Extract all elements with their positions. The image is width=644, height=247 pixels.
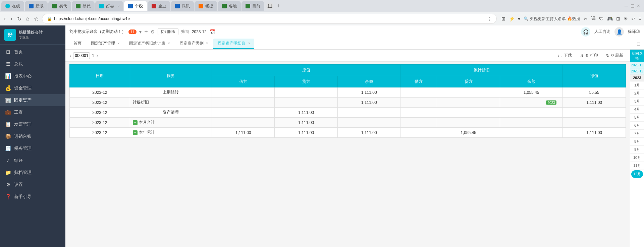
period-item-1[interactable]: 1月 [630, 81, 644, 89]
sidebar-item-reports[interactable]: 📊 报表中心 [0, 70, 65, 82]
period-item-2[interactable]: 2月 [630, 89, 644, 98]
home-button[interactable]: ⌂ [25, 14, 31, 23]
sidebar-item-home[interactable]: ⊞ 首页 [0, 46, 65, 58]
maximize-button[interactable]: □ [631, 3, 634, 9]
sidebar-item-invoice[interactable]: 📋 发票管理 [0, 118, 65, 130]
period-item-4[interactable]: 4月 [630, 106, 644, 114]
cell-summary: 计提折旧 [130, 98, 212, 108]
logo-badge: 专业版 [19, 35, 43, 40]
lightning-icon[interactable]: ⚡ [509, 16, 515, 21]
period-item-8[interactable]: 8月 [630, 138, 644, 146]
calendar-icon[interactable]: 📅 [209, 29, 215, 35]
browser-tab-10[interactable]: 目前 [241, 1, 264, 11]
th-acc-balance: 余额 [500, 76, 563, 87]
translate-icon[interactable]: 译 [591, 16, 596, 22]
tab-close-1[interactable]: × [117, 41, 119, 45]
period-label: 账期 [181, 29, 189, 35]
user-icon: 👤 [616, 29, 622, 35]
cell-acc-balance [500, 118, 563, 128]
search-box[interactable]: 🔍 央视更新主持人名单 🔥热搜 [524, 16, 580, 22]
minimize-button[interactable]: ─ [625, 3, 628, 9]
tab-count-badge[interactable]: 11 [266, 3, 273, 9]
minimize-tab-button[interactable]: ─ [631, 41, 635, 47]
game-icon[interactable]: 🎮 [607, 16, 613, 21]
new-tab-button[interactable]: + [274, 3, 283, 10]
browser-tab-2[interactable]: 易代 [48, 1, 71, 11]
tab-close-2[interactable]: × [168, 41, 170, 45]
browser-tab-4[interactable]: 好会 × [95, 1, 123, 11]
sidebar-item-funds[interactable]: 💰 资金管理 [0, 82, 65, 94]
browser-tab-7[interactable]: 腾讯 [171, 1, 194, 11]
sidebar-item-fixed-assets[interactable]: 🏢 固定资产 [0, 94, 65, 106]
cell-orig-balance [337, 108, 400, 118]
cell-acc-debit [400, 98, 437, 108]
cell-summary: + 本年累计 [130, 128, 212, 138]
maximize-tab-button[interactable]: □ [637, 41, 640, 47]
dropdown-icon[interactable]: ▾ [518, 16, 520, 21]
brightness-icon[interactable]: ☀ [624, 16, 628, 21]
browser-tab-8[interactable]: 畅捷 [195, 1, 217, 11]
tab-close-3[interactable]: × [206, 41, 208, 45]
sidebar-item-archive[interactable]: 📁 归档管理 [0, 167, 65, 179]
grid-icon[interactable]: ⊞ [616, 16, 620, 21]
sidebar-logo: 好 畅捷通好会计 专业版 [0, 25, 65, 45]
reload-button[interactable]: ↻ [16, 14, 23, 23]
tab-asset-category[interactable]: 固定资产类别 × [175, 39, 212, 49]
refresh-button[interactable]: ↻ ↻ 刷新 [603, 52, 626, 59]
tab-close-4[interactable]: × [117, 4, 119, 8]
address-options-icon[interactable]: ⋮ [487, 16, 492, 21]
shield-icon[interactable]: 🛡 [599, 16, 604, 21]
period-item-6[interactable]: 6月 [630, 122, 644, 130]
tab-asset-detail-ledger[interactable]: 固定资产明细账 × [213, 39, 254, 49]
sidebar-item-settings[interactable]: ⚙ 设置 [0, 179, 65, 191]
print-button[interactable]: 🖨 ⊕ 打印 [577, 52, 600, 59]
browser-tab-0[interactable]: 在线 [1, 1, 24, 11]
asset-code-input[interactable] [73, 52, 90, 59]
scissors-icon[interactable]: ✂ [584, 16, 588, 21]
account-settings-button[interactable]: ⚙ [151, 29, 155, 35]
prev-page-button[interactable]: ‹ [69, 53, 71, 59]
browser-tab-6[interactable]: 企业 [148, 1, 170, 11]
period-item-12[interactable]: 12月 [631, 170, 643, 178]
period-item-10[interactable]: 10月 [630, 154, 644, 162]
tab-close-4[interactable]: × [248, 41, 250, 45]
extensions-icon[interactable]: ⊞ [501, 16, 505, 21]
help-button[interactable]: 🎧 [581, 27, 590, 37]
browser-tab-1[interactable]: 新版 [25, 1, 48, 11]
period-item-11[interactable]: 11月 [630, 162, 644, 170]
cell-acc-credit [437, 108, 500, 118]
account-dropdown-button[interactable]: ▾ [139, 29, 142, 35]
period-selected-start: 2023.12 [630, 62, 644, 68]
next-page-button[interactable]: › [96, 53, 98, 59]
account-name: 刘小艳演示账套（勿删勿动！） [69, 29, 126, 35]
history-back-icon[interactable]: ↩ [631, 16, 635, 21]
add-account-button[interactable]: + [144, 28, 148, 35]
sidebar-item-guide[interactable]: ❓ 新手引导 [0, 191, 65, 203]
sidebar-item-general-ledger[interactable]: ☰ 总账 [0, 58, 65, 70]
period-item-9[interactable]: 9月 [630, 146, 644, 154]
sidebar-item-payroll[interactable]: 💼 工资 [0, 106, 65, 118]
address-bar[interactable]: 🔒 https://cloud.chanjet.com/accounting/u… [42, 14, 497, 24]
browser-tab-9[interactable]: 各地 [218, 1, 241, 11]
period-item-7[interactable]: 7月 [630, 130, 644, 138]
switch-version-button[interactable]: 切到旧版 [158, 28, 178, 35]
user-avatar[interactable]: 👤 [614, 27, 624, 37]
browser-tab-3[interactable]: 易代 [72, 1, 95, 11]
period-item-5[interactable]: 5月 [630, 114, 644, 122]
main-content: 刘小艳演示账套（勿删勿动！） 11 ▾ + ⚙ 切到旧版 账期 2023-12 … [65, 25, 644, 247]
back-button[interactable]: ‹ [3, 14, 7, 23]
sidebar-item-close-period[interactable]: ✓ 结账 [0, 155, 65, 167]
period-item-3[interactable]: 3月 [630, 98, 644, 106]
menu-icon[interactable]: ≡ [639, 16, 641, 21]
browser-tab-5[interactable]: 个税 [124, 1, 147, 11]
sidebar-item-tax[interactable]: 🧾 税务管理 [0, 142, 65, 155]
bookmark-button[interactable]: ☆ [33, 14, 40, 23]
table-wrapper: 日期 摘要 原值 累计折旧 净值 借方 贷方 余额 借方 [65, 62, 630, 247]
forward-button[interactable]: › [9, 14, 13, 23]
download-button[interactable]: ↓ ↓ 下载 [555, 52, 575, 59]
tab-depreciation-statistics[interactable]: 固定资产折旧统计表 × [125, 39, 174, 49]
tab-home[interactable]: 首页 [69, 39, 86, 49]
close-browser-button[interactable]: × [637, 3, 640, 9]
tab-fixed-asset-management[interactable]: 固定资产管理 × [87, 39, 124, 49]
sidebar-item-purchases[interactable]: 📦 进销台账 [0, 130, 65, 142]
